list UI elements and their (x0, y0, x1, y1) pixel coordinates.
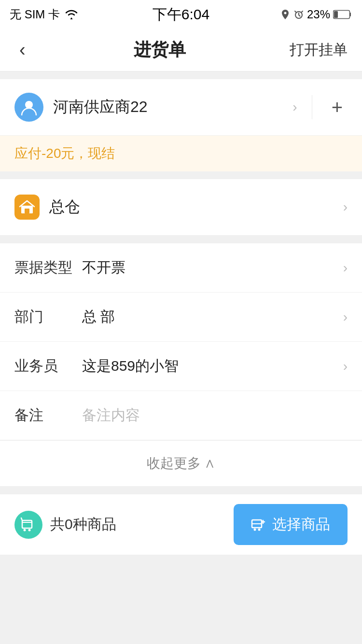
warehouse-chevron-icon: › (343, 199, 348, 215)
battery-percent: 23% (307, 8, 330, 21)
select-product-button[interactable]: 选择商品 (234, 504, 348, 545)
page-title: 进货单 (134, 38, 186, 62)
remark-row[interactable]: 备注 备注内容 (0, 391, 362, 440)
status-bar: 无 SIM 卡 下午6:04 23% (0, 0, 362, 29)
invoice-type-label: 票据类型 (14, 258, 82, 278)
salesperson-value: 这是859的小智 (82, 356, 343, 376)
carrier-text: 无 SIM 卡 (10, 7, 60, 22)
department-label: 部门 (14, 307, 82, 327)
cart-icon (20, 517, 37, 533)
warehouse-row[interactable]: 总仓 › (0, 179, 362, 236)
supplier-avatar (14, 93, 43, 122)
product-info: 共0种商品 (14, 511, 116, 539)
supplier-name: 河南供应商22 (53, 97, 292, 118)
product-count-text: 共0种商品 (50, 515, 116, 534)
salesperson-row[interactable]: 业务员 这是859的小智 › (0, 342, 362, 391)
svg-rect-6 (22, 520, 32, 528)
supplier-section: 河南供应商22 › + 应付-20元，现结 (0, 79, 362, 171)
notice-text: 应付-20元，现结 (14, 146, 115, 161)
remark-label: 备注 (14, 406, 82, 425)
collapse-button[interactable]: 收起更多 ∧ (0, 440, 362, 486)
svg-point-8 (28, 529, 31, 531)
invoice-type-value: 不开票 (82, 258, 343, 278)
warehouse-name: 总仓 (49, 196, 343, 218)
battery-icon (333, 9, 352, 20)
gap1 (0, 71, 362, 79)
select-product-icon (251, 517, 266, 532)
warehouse-icon-bg (14, 195, 40, 220)
salesperson-label: 业务员 (14, 356, 82, 376)
person-icon (20, 98, 38, 116)
open-pending-button[interactable]: 打开挂单 (290, 40, 348, 60)
location-icon (280, 9, 291, 20)
wifi-icon (64, 9, 79, 20)
svg-rect-5 (25, 209, 29, 213)
warehouse-icon (19, 199, 35, 215)
nav-bar: ‹ 进货单 打开挂单 (0, 29, 362, 71)
svg-point-3 (25, 101, 33, 109)
department-value: 总 部 (82, 307, 343, 327)
warehouse-section: 总仓 › (0, 179, 362, 236)
salesperson-chevron-icon: › (343, 359, 348, 374)
svg-point-7 (24, 529, 26, 531)
svg-rect-2 (334, 11, 338, 18)
department-row[interactable]: 部门 总 部 › (0, 293, 362, 342)
status-time: 下午6:04 (153, 5, 209, 25)
fields-section: 票据类型 不开票 › 部门 总 部 › 业务员 这是859的小智 › 备注 备注… (0, 243, 362, 486)
invoice-type-row[interactable]: 票据类型 不开票 › (0, 243, 362, 293)
select-product-label: 选择商品 (272, 515, 330, 534)
gap3 (0, 236, 362, 243)
gap2 (0, 171, 362, 179)
status-right-icons: 23% (280, 8, 352, 21)
back-button[interactable]: ‹ (14, 35, 30, 65)
supplier-chevron-icon: › (292, 99, 297, 115)
product-icon-bg (14, 511, 42, 539)
department-chevron-icon: › (343, 309, 348, 325)
supplier-row[interactable]: 河南供应商22 › + (0, 79, 362, 136)
remark-input[interactable]: 备注内容 (82, 406, 348, 425)
notice-banner: 应付-20元，现结 (0, 136, 362, 171)
invoice-type-chevron-icon: › (343, 260, 348, 276)
page-background (0, 555, 362, 644)
collapse-label: 收起更多 ∧ (147, 456, 216, 471)
svg-point-11 (258, 528, 261, 531)
svg-point-10 (254, 528, 256, 531)
vertical-divider (312, 95, 312, 119)
gap4 (0, 486, 362, 494)
add-supplier-button[interactable]: + (327, 97, 348, 118)
bottom-bar: 共0种商品 选择商品 (0, 494, 362, 555)
status-carrier: 无 SIM 卡 (10, 7, 79, 22)
alarm-icon (293, 9, 304, 20)
